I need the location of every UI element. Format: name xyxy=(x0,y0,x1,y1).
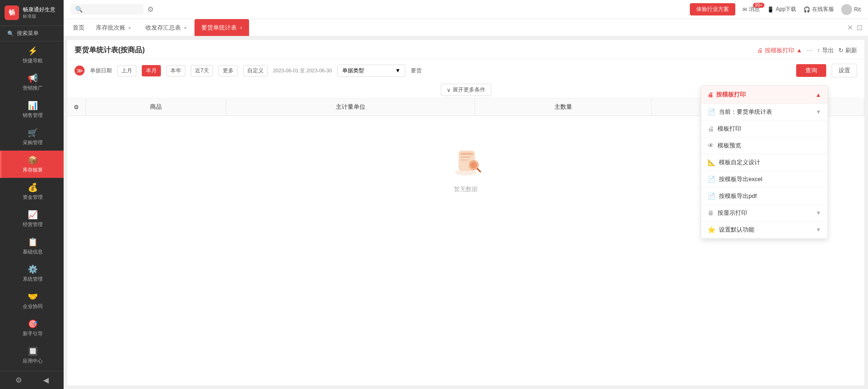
sidebar-item-sales[interactable]: 📊 销售管理 xyxy=(0,96,64,123)
toggle-icon[interactable]: ◀ xyxy=(43,376,49,384)
sidebar-item-operations[interactable]: 📈 经营管理 xyxy=(0,205,64,232)
system-icon: ⚙️ xyxy=(28,264,38,274)
search-menu-item[interactable]: 🔍 搜索菜单 xyxy=(0,26,64,41)
refresh-label: 刷新 xyxy=(845,46,857,55)
industry-solution-button[interactable]: 体验行业方案 xyxy=(690,3,735,15)
service-icon: 🎧 xyxy=(803,6,810,13)
current-template-label: 当前：要货单统计表 xyxy=(719,108,772,116)
tab-inventory-batch[interactable]: 库存批次账 × xyxy=(89,19,138,36)
sidebar-item-label: 企业协同 xyxy=(23,303,43,310)
settings-button[interactable]: 设置 xyxy=(832,64,857,77)
current-year-btn[interactable]: 本年 xyxy=(166,65,185,76)
dropdown-template-export-pdf[interactable]: 📄 按模板导出pdf xyxy=(701,188,828,205)
tab-close-icon[interactable]: × xyxy=(128,25,131,30)
sidebar-item-basic[interactable]: 📋 基础信息 xyxy=(0,232,64,260)
tab-close-all-icon[interactable]: ✕ xyxy=(847,23,853,32)
dropdown-template-custom[interactable]: 📐 模板自定义设计 xyxy=(701,154,828,171)
tab-home[interactable]: 首页 xyxy=(69,24,88,32)
dropdown-current-template[interactable]: 📄 当前：要货单统计表 ▼ xyxy=(701,104,828,121)
refresh-button[interactable]: ↻ 刷新 xyxy=(838,46,857,55)
last-7-days-btn[interactable]: 近7天 xyxy=(191,65,213,76)
top-header: 🔍 ⚙ 体验行业方案 ✉ 消息 99+ 📱 App下载 🎧 在线客服 Rit xyxy=(64,0,868,19)
sidebar-bottom: ⚙ ◀ xyxy=(0,371,64,389)
sidebar-item-purchase[interactable]: 🛒 采购管理 xyxy=(0,123,64,151)
sidebar-item-label: 基础信息 xyxy=(23,248,43,255)
tab-bar-right: ✕ ⊡ xyxy=(847,23,863,32)
tab-expand-icon[interactable]: ⊡ xyxy=(857,23,863,32)
message-icon: ✉ xyxy=(743,6,747,13)
sidebar-item-label: 销售管理 xyxy=(23,112,43,119)
custom-date-btn[interactable]: 自定义 xyxy=(243,65,268,76)
dropdown-template-export-excel[interactable]: 📄 按模板导出excel xyxy=(701,171,828,188)
dropdown-item-label: 按模板导出excel xyxy=(719,175,762,183)
tab-close-icon[interactable]: × xyxy=(184,25,186,30)
sidebar-item-collab[interactable]: 🤝 企业协同 xyxy=(0,287,64,314)
dropdown-header-label: 按模板打印 xyxy=(716,91,746,99)
bill-type-select[interactable]: 单据类型 ▼ xyxy=(337,65,405,77)
filter-expand-button[interactable]: ≫ xyxy=(75,66,85,76)
expand-more-button[interactable]: ∨ 展开更多条件 xyxy=(441,84,491,96)
star-icon: ⭐ xyxy=(708,226,715,233)
expand-label: 展开更多条件 xyxy=(453,86,485,94)
svg-line-7 xyxy=(477,169,480,172)
tab-label: 要货单统计表 xyxy=(201,24,237,32)
sidebar-item-app-center[interactable]: 🔲 应用中心 xyxy=(0,342,64,369)
top-search-input[interactable] xyxy=(83,6,137,13)
export-icon: ↑ xyxy=(818,47,821,54)
dropdown-display-print[interactable]: 🖥 按显示打印 ▼ xyxy=(701,205,828,222)
sidebar-item-finance[interactable]: 💰 资金管理 xyxy=(0,178,64,205)
export-button[interactable]: ↑ 导出 xyxy=(818,46,834,55)
search-icon: 🔍 xyxy=(75,6,83,13)
refresh-icon: ↻ xyxy=(838,47,843,54)
query-button[interactable]: 查询 xyxy=(796,64,826,77)
col-settings[interactable]: ⚙ xyxy=(67,98,85,116)
sidebar-item-wechat[interactable]: 💬 企业微信 xyxy=(0,369,64,371)
app-download-button[interactable]: 📱 App下载 xyxy=(767,5,796,13)
order-item-label: 要货 xyxy=(411,67,422,75)
dropdown-header: 🖨 按模板打印 ▲ xyxy=(701,86,828,104)
tab-order-stats[interactable]: 要货单统计表 × xyxy=(195,19,249,36)
display-icon: 🖥 xyxy=(708,209,714,217)
sidebar-item-inventory[interactable]: 📦 库存核算 xyxy=(0,151,64,178)
svg-rect-2 xyxy=(460,153,473,155)
dropdown-template-print[interactable]: 🖨 模板打印 xyxy=(701,121,828,137)
template-print-button[interactable]: 🖨 按模板打印 ▲ xyxy=(757,46,802,55)
chevron-right-icon: ▼ xyxy=(816,210,821,216)
logo-icon: 畅 xyxy=(5,5,19,20)
online-service-button[interactable]: 🎧 在线客服 xyxy=(803,5,834,13)
chevron-down-icon: ▼ xyxy=(816,109,821,115)
more-date-btn[interactable]: 更多 xyxy=(219,65,238,76)
page-title-bar: 要货单统计表(按商品) 🖨 按模板打印 ▲ ··· ↑ 导出 ↻ 刷新 xyxy=(67,40,864,59)
dropdown-template-preview[interactable]: 👁 模板预览 xyxy=(701,137,828,154)
dropdown-set-default[interactable]: ⭐ 设置默认功能 ▼ xyxy=(701,222,828,238)
col-unit: 主计量单位 xyxy=(226,98,475,116)
svg-rect-4 xyxy=(460,159,469,161)
gear-icon[interactable]: ⚙ xyxy=(147,5,154,14)
current-month-btn[interactable]: 本月 xyxy=(142,65,161,76)
dropdown-item-label: 模板自定义设计 xyxy=(719,158,760,167)
printer-icon: 🖨 xyxy=(708,91,713,98)
messages-button[interactable]: ✉ 消息 99+ xyxy=(743,5,760,13)
tab-receipts-summary[interactable]: 收发存汇总表 × xyxy=(139,19,193,36)
sidebar-item-system[interactable]: ⚙️ 系统管理 xyxy=(0,260,64,287)
printer-icon: 🖨 xyxy=(757,47,763,54)
sidebar-item-label: 系统管理 xyxy=(23,276,43,283)
empty-text: 暂无数据 xyxy=(454,185,478,193)
more-icon[interactable]: ··· xyxy=(807,46,813,55)
finance-icon: 💰 xyxy=(28,182,38,192)
top-search-box[interactable]: 🔍 xyxy=(71,4,144,15)
sidebar-item-newbie[interactable]: 🎯 新手引导 xyxy=(0,314,64,342)
settings-bottom-icon[interactable]: ⚙ xyxy=(15,376,22,384)
tab-close-icon[interactable]: × xyxy=(239,25,242,30)
collab-icon: 🤝 xyxy=(28,292,38,302)
excel-icon: 📄 xyxy=(708,176,715,183)
filter-bar: ≫ 单据日期 上月 本月 本年 近7天 更多 自定义 2023-06-01 至 … xyxy=(67,59,864,82)
prev-month-btn[interactable]: 上月 xyxy=(117,65,136,76)
col-product: 商品 xyxy=(85,98,226,116)
user-avatar-area[interactable]: Rit xyxy=(841,4,861,15)
chevron-up-icon[interactable]: ▲ xyxy=(815,91,821,98)
app-download-icon: 📱 xyxy=(767,6,774,13)
sidebar-item-quick-nav[interactable]: ⚡ 快捷导航 xyxy=(0,41,64,69)
page-content-area: 要货单统计表(按商品) 🖨 按模板打印 ▲ ··· ↑ 导出 ↻ 刷新 xyxy=(67,40,864,385)
sidebar-item-marketing[interactable]: 📢 营销推广 xyxy=(0,69,64,96)
